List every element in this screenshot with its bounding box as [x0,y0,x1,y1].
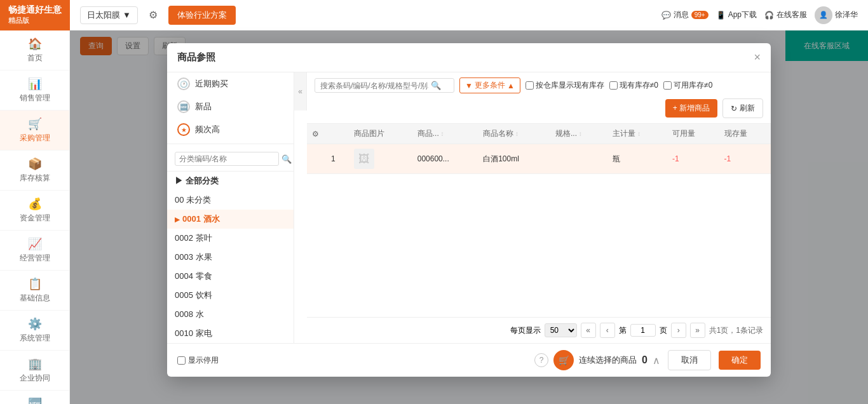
page-size-select[interactable]: 50 10 20 100 [545,323,577,337]
left-panel-collapse-button[interactable]: « [294,72,307,111]
more-filter-button[interactable]: ▼ 更多条件 ▲ [459,77,520,93]
sidebar-item-enterprise[interactable]: 🏢 企业协同 [0,351,69,391]
product-table-wrap: ⚙ 商品图片 商品... 商品名称 规格... 主计量 [307,124,771,317]
messages-label: 消息 [674,10,689,20]
category-0008[interactable]: 0008 水 [167,305,294,324]
settings-icon[interactable]: ⚙ [143,5,163,25]
th-num [326,124,349,144]
inventory-checkbox[interactable] [609,81,618,90]
sidebar-item-sales[interactable]: 📊 销售管理 [0,71,69,111]
table-row[interactable]: 1 🖼 000600... 白酒100ml 瓶 -1 [307,144,771,174]
page-end-label: 页 [660,325,667,336]
filter-arrow-icon: ▲ [507,81,515,90]
sidebar-item-system[interactable]: ⚙️ 系统管理 [0,311,69,351]
warehouse-checkbox-label[interactable]: 按仓库显示现有库存 [526,80,604,91]
pagination: 每页显示 50 10 20 100 « ‹ 第 页 [307,317,771,343]
modal-header: 商品参照 × [167,43,771,72]
available-checkbox-label[interactable]: 可用库存≠0 [663,80,712,91]
user-profile[interactable]: 👤 徐泽华 [815,6,858,24]
warehouse-checkbox[interactable] [526,81,534,90]
td-unit: 瓶 [607,144,667,174]
confirm-button[interactable]: 确定 [719,351,761,370]
next-page-button[interactable]: › [671,323,686,338]
phone-icon: 📱 [716,11,726,20]
td-gear [307,144,326,174]
nav-recent[interactable]: 🕐 近期购买 [167,72,294,95]
category-0002[interactable]: 0002 茶叶 [167,229,294,248]
refresh-label: 刷新 [740,103,755,114]
show-disabled-label[interactable]: 显示停用 [177,355,219,366]
sidebar-item-finance[interactable]: 💰 资金管理 [0,191,69,231]
sales-icon: 📊 [28,77,42,91]
category-search: 🔍 [167,147,294,172]
experience-button[interactable]: 体验行业方案 [168,6,236,25]
show-disabled-text: 显示停用 [188,355,219,366]
warehouse-checkbox-text: 按仓库显示现有库存 [536,80,604,91]
nav-new-label: 新品 [195,101,212,112]
category-all[interactable]: ▶ 全部分类 [167,172,294,191]
product-search-icon[interactable]: 🔍 [431,81,441,90]
last-page-button[interactable]: » [690,323,705,338]
nav-frequent[interactable]: ★ 频次高 [167,118,294,141]
category-0003-label: 0003 水果 [175,252,212,263]
avatar: 👤 [815,6,832,24]
nav-recent-label: 近期购买 [195,78,228,90]
messages-button[interactable]: 💬 消息 99+ [661,10,709,20]
category-0003[interactable]: 0003 水果 [167,248,294,267]
app-download-label: App下载 [728,10,757,20]
cart-icon[interactable]: 🛒 [553,350,574,370]
cancel-button[interactable]: 取消 [668,350,711,370]
refresh-button[interactable]: ↻ 刷新 [722,98,763,118]
total-info: 共1页，1条记录 [709,325,763,336]
sidebar-label-basic: 基础信息 [20,293,50,304]
category-00[interactable]: 00 未分类 [167,191,294,210]
th-name[interactable]: 商品名称 [478,124,550,144]
category-0002-label: 0002 茶叶 [175,232,212,244]
th-gear[interactable]: ⚙ [307,124,326,144]
inventory-checkbox-label[interactable]: 现有库存≠0 [609,80,658,91]
app-download-button[interactable]: 📱 App下载 [716,10,757,20]
th-unit[interactable]: 主计量 [607,124,667,144]
category-0001[interactable]: ▶ 0001 酒水 [167,210,294,229]
show-disabled-checkbox[interactable] [177,356,186,365]
category-search-icon[interactable]: 🔍 [281,154,292,164]
td-code: 000600... [412,144,478,174]
cart-collapse-button[interactable]: ∧ [653,354,660,367]
cart-text: 连续选择的商品 [579,354,637,366]
category-0001-label: 0001 酒水 [182,213,220,225]
sidebar-item-home[interactable]: 🏠 首页 [0,30,69,71]
category-search-input[interactable] [175,152,279,166]
prev-page-button[interactable]: ‹ [600,323,615,338]
th-available: 可用量 [667,124,719,144]
category-0008-label: 0008 水 [175,309,204,320]
sidebar-item-inventory[interactable]: 📦 库存核算 [0,151,69,191]
first-page-button[interactable]: « [581,323,596,338]
dropdown-arrow-icon: ▼ [123,10,131,20]
sidebar-item-operations[interactable]: 📈 经营管理 [0,231,69,271]
category-0004[interactable]: 0004 零食 [167,267,294,286]
category-0010[interactable]: 0010 家电 [167,324,294,343]
product-reference-modal: 商品参照 × 🕐 近期购买 🆕 [167,43,771,377]
sidebar-item-basic[interactable]: 📋 基础信息 [0,271,69,311]
nav-new[interactable]: 🆕 新品 [167,95,294,118]
th-code[interactable]: 商品... [412,124,478,144]
help-button[interactable]: ? [534,353,548,367]
app-logo: 畅捷通好生意 精品版 [0,0,70,30]
username: 徐泽华 [835,10,858,20]
sidebar-item-purchase[interactable]: 🛒 采购管理 [0,111,69,151]
category-0005[interactable]: 0005 饮料 [167,286,294,305]
store-selector[interactable]: 日太阳膜 ▼ [80,6,138,24]
sidebar-item-guide[interactable]: 🆕 新手引导 [0,391,69,404]
th-spec[interactable]: 规格... [550,124,608,144]
add-product-button[interactable]: + 新增商品 [665,99,717,118]
page-number-input[interactable] [630,324,656,337]
modal-right-panel: 🔍 ▼ 更多条件 ▲ 按仓库显示现有库存 [307,72,771,343]
product-search-input[interactable] [320,81,428,90]
category-00-label: 00 未分类 [175,194,211,206]
online-service-button[interactable]: 🎧 在线客服 [764,10,807,20]
available-checkbox[interactable] [663,81,672,90]
system-icon: ⚙️ [28,317,42,331]
online-service-label: 在线客服 [776,10,807,20]
sidebar-label-enterprise: 企业协同 [20,373,50,384]
modal-close-button[interactable]: × [754,51,761,64]
